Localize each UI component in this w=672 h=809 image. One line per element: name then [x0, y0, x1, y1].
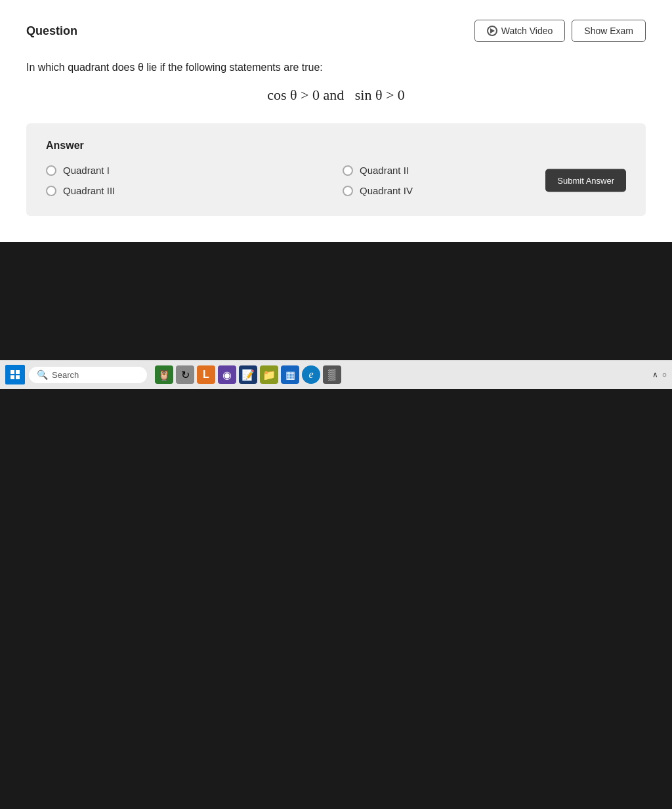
radio-quadrant-4[interactable]: [343, 186, 353, 196]
answer-section: Answer Quadrant I Quadrant II Quadrant I…: [26, 123, 646, 216]
header-buttons: Watch Video Show Exam: [474, 20, 646, 42]
option-quadrant-1[interactable]: Quadrant I: [46, 165, 329, 176]
watch-video-label: Watch Video: [501, 26, 553, 36]
header-row: Question Watch Video Show Exam: [26, 20, 646, 42]
answer-options: Quadrant I Quadrant II Quadrant III Quad…: [46, 165, 626, 196]
taskbar-icon-extra[interactable]: ▒: [323, 365, 341, 384]
taskbar-icon-tiles[interactable]: ▦: [281, 365, 299, 384]
play-icon: [487, 26, 497, 36]
option-label-2: Quadrant II: [360, 165, 409, 176]
taskbar-notification[interactable]: ○: [662, 370, 667, 379]
taskbar-icon-edge[interactable]: e: [302, 365, 320, 384]
taskbar-search-icon: 🔍: [37, 369, 48, 381]
taskbar: 🔍 Search 🦉 ↻ L ◉ 📝 📁 ▦ e ▒ ∧ ○: [0, 360, 672, 389]
windows-start-button[interactable]: [5, 365, 25, 384]
taskbar-icon-notes[interactable]: 📝: [239, 365, 257, 384]
taskbar-icon-discord[interactable]: ◉: [218, 365, 236, 384]
option-label-4: Quadrant IV: [360, 185, 413, 196]
taskbar-right-area: ∧ ○: [652, 370, 667, 379]
play-triangle: [490, 28, 495, 33]
taskbar-app-icons: 🦉 ↻ L ◉ 📝 📁 ▦ e ▒: [155, 365, 341, 384]
radio-quadrant-2[interactable]: [343, 165, 353, 176]
question-label: Question: [26, 24, 77, 38]
windows-logo: [10, 370, 20, 379]
submit-answer-button[interactable]: Submit Answer: [545, 169, 626, 192]
main-card: Question Watch Video Show Exam In which …: [0, 0, 672, 242]
taskbar-chevron-up[interactable]: ∧: [652, 370, 658, 379]
show-exam-button[interactable]: Show Exam: [572, 20, 646, 42]
taskbar-icon-l[interactable]: L: [197, 365, 215, 384]
option-label-3: Quadrant III: [63, 185, 115, 196]
taskbar-icon-folder[interactable]: 📁: [260, 365, 278, 384]
taskbar-search-bar[interactable]: 🔍 Search: [29, 367, 147, 383]
option-quadrant-3[interactable]: Quadrant III: [46, 185, 329, 196]
math-formula: cos θ > 0 and sin θ > 0: [26, 87, 646, 104]
option-label-1: Quadrant I: [63, 165, 110, 176]
formula-text: cos θ > 0 and sin θ > 0: [267, 87, 405, 103]
watch-video-button[interactable]: Watch Video: [474, 20, 566, 42]
radio-quadrant-1[interactable]: [46, 165, 56, 176]
dark-background-area: [0, 389, 672, 809]
radio-quadrant-3[interactable]: [46, 186, 56, 196]
taskbar-search-text: Search: [52, 370, 79, 380]
taskbar-icon-refresh[interactable]: ↻: [176, 365, 194, 384]
question-text: In which quadrant does θ lie if the foll…: [26, 62, 646, 73]
taskbar-icon-owl[interactable]: 🦉: [155, 365, 173, 384]
answer-label: Answer: [46, 140, 626, 152]
